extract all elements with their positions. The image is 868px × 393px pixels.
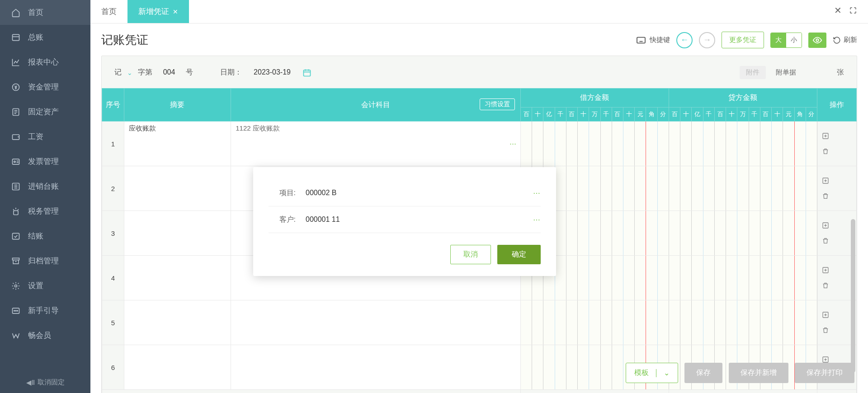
amount-digit[interactable]	[555, 211, 566, 256]
amount-digit[interactable]	[589, 122, 600, 166]
amount-digit[interactable]	[600, 211, 612, 256]
amount-digit[interactable]	[612, 166, 623, 211]
amount-digit[interactable]	[692, 122, 703, 166]
amount-digit[interactable]	[760, 166, 771, 211]
amount-digit[interactable]	[794, 122, 806, 166]
amount-digit[interactable]	[726, 256, 737, 300]
amount-digit[interactable]	[566, 166, 577, 211]
delete-row-icon[interactable]	[822, 148, 852, 155]
attachment-count-input[interactable]	[802, 66, 829, 79]
amount-digit[interactable]	[680, 166, 692, 211]
delete-row-icon[interactable]	[822, 192, 852, 200]
summary-cell[interactable]	[124, 300, 231, 345]
summary-cell[interactable]	[124, 345, 231, 390]
amount-digit[interactable]	[680, 256, 692, 300]
amount-digit[interactable]	[680, 300, 692, 345]
voucher-type[interactable]: 记	[114, 68, 122, 77]
amount-digit[interactable]	[669, 256, 680, 300]
amount-digit[interactable]	[566, 256, 577, 300]
amount-digit[interactable]	[646, 122, 657, 166]
amount-digit[interactable]	[726, 122, 737, 166]
fullscreen-button[interactable]	[849, 4, 863, 17]
amount-digit[interactable]	[737, 211, 749, 256]
size-small-button[interactable]: 小	[786, 33, 802, 47]
add-row-icon[interactable]	[822, 222, 852, 229]
amount-digit[interactable]	[555, 300, 566, 345]
amount-digit[interactable]	[692, 166, 703, 211]
sidebar-item-salary[interactable]: 工资	[0, 124, 90, 149]
amount-digit[interactable]	[703, 256, 714, 300]
amount-digit[interactable]	[726, 166, 737, 211]
amount-digit[interactable]	[600, 345, 612, 390]
amount-digit[interactable]	[612, 211, 623, 256]
project-input[interactable]	[304, 186, 525, 200]
delete-row-icon[interactable]	[822, 237, 852, 244]
amount-digit[interactable]	[612, 300, 623, 345]
amount-digit[interactable]	[635, 256, 646, 300]
amount-digit[interactable]	[703, 211, 714, 256]
amount-digit[interactable]	[646, 166, 657, 211]
amount-digit[interactable]	[600, 166, 612, 211]
amount-digit[interactable]	[772, 256, 783, 300]
delete-row-icon[interactable]	[822, 282, 852, 289]
amount-digit[interactable]	[737, 122, 749, 166]
sidebar-item-guide[interactable]: 新手引导	[0, 298, 90, 323]
tab-new-voucher[interactable]: 新增凭证✕	[127, 0, 189, 23]
amount-digit[interactable]	[578, 211, 589, 256]
amount-digit[interactable]	[566, 300, 577, 345]
amount-digit[interactable]	[714, 300, 726, 345]
amount-digit[interactable]	[520, 345, 532, 390]
amount-digit[interactable]	[589, 256, 600, 300]
summary-cell[interactable]	[124, 211, 231, 256]
amount-digit[interactable]	[623, 256, 635, 300]
amount-digit[interactable]	[783, 256, 794, 300]
template-button[interactable]: 模板⌄	[626, 363, 678, 383]
visibility-button[interactable]	[808, 33, 826, 48]
amount-digit[interactable]	[726, 211, 737, 256]
add-row-icon[interactable]	[822, 311, 852, 318]
amount-digit[interactable]	[566, 211, 577, 256]
amount-digit[interactable]	[806, 300, 817, 345]
size-large-button[interactable]: 大	[771, 33, 786, 47]
amount-digit[interactable]	[589, 300, 600, 345]
amount-digit[interactable]	[623, 300, 635, 345]
amount-digit[interactable]	[532, 122, 543, 166]
sidebar-item-member[interactable]: 畅会员	[0, 323, 90, 348]
amount-digit[interactable]	[760, 211, 771, 256]
amount-digit[interactable]	[703, 166, 714, 211]
subject-cell[interactable]	[231, 300, 521, 345]
amount-digit[interactable]	[726, 300, 737, 345]
amount-digit[interactable]	[692, 256, 703, 300]
sidebar-item-closing[interactable]: 结账	[0, 224, 90, 248]
amount-digit[interactable]	[680, 122, 692, 166]
amount-digit[interactable]	[623, 211, 635, 256]
amount-digit[interactable]	[646, 256, 657, 300]
amount-digit[interactable]	[566, 122, 577, 166]
amount-digit[interactable]	[600, 122, 612, 166]
customer-input[interactable]	[304, 213, 525, 226]
amount-digit[interactable]	[806, 256, 817, 300]
amount-digit[interactable]	[589, 211, 600, 256]
amount-digit[interactable]	[669, 166, 680, 211]
amount-digit[interactable]	[794, 211, 806, 256]
calendar-icon[interactable]	[302, 68, 311, 77]
close-icon[interactable]: ✕	[173, 8, 178, 15]
amount-digit[interactable]	[646, 300, 657, 345]
amount-digit[interactable]	[578, 166, 589, 211]
more-vouchers-button[interactable]: 更多凭证	[722, 32, 764, 48]
add-row-icon[interactable]	[822, 267, 852, 274]
amount-digit[interactable]	[532, 345, 543, 390]
amount-digit[interactable]	[543, 300, 555, 345]
amount-digit[interactable]	[703, 300, 714, 345]
amount-digit[interactable]	[520, 122, 532, 166]
subject-more-icon[interactable]: ⋯	[509, 140, 517, 148]
amount-digit[interactable]	[737, 166, 749, 211]
amount-digit[interactable]	[806, 166, 817, 211]
amount-digit[interactable]	[760, 300, 771, 345]
amount-digit[interactable]	[794, 166, 806, 211]
amount-digit[interactable]	[555, 345, 566, 390]
amount-digit[interactable]	[692, 300, 703, 345]
amount-digit[interactable]	[737, 256, 749, 300]
voucher-date-input[interactable]	[247, 66, 297, 79]
habit-settings-button[interactable]: 习惯设置	[480, 98, 515, 110]
